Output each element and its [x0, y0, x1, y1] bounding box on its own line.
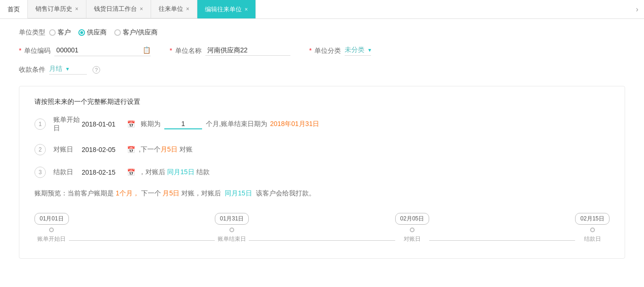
unit-code-star: * — [19, 47, 21, 54]
tab-bar: 首页 销售订单历史 × 钱货日清工作台 × 往来单位 × 编辑往来单位 × › — [0, 0, 644, 19]
preview-label: 账期预览：当前客户账期是 — [34, 189, 114, 197]
step-1-desc-before: 账期为 — [141, 120, 161, 128]
tl-line-1 — [69, 240, 215, 241]
tl-dot-3 — [410, 228, 415, 232]
tl-label-2: 账单结束日 — [218, 235, 246, 243]
radio-customer[interactable]: 客户 — [49, 28, 71, 37]
tl-dot-1 — [49, 228, 54, 232]
unit-code-input-wrapper: 📋 — [54, 45, 151, 56]
tl-line-3 — [429, 240, 575, 241]
unit-code-icon[interactable]: 📋 — [143, 46, 151, 54]
tab-home[interactable]: 首页 — [0, 0, 28, 18]
step-1-cal-icon[interactable]: 📅 — [127, 120, 135, 128]
unit-category-star: * — [309, 47, 312, 54]
unit-code-input[interactable] — [54, 45, 141, 55]
payment-terms-help-icon[interactable]: ? — [93, 66, 100, 74]
tl-pill-1: 01月01日 — [34, 213, 69, 225]
payment-terms-dropdown-icon: ▾ — [66, 66, 69, 72]
unit-category-field: * 单位分类 未分类 ▾ — [309, 46, 371, 56]
step-1-row: 1 账单开始日 2018-01-01 📅 账期为 个月,账单结束日期为 2018… — [34, 116, 610, 133]
preview-part3-suffix: 该客户会给我打款。 — [256, 189, 315, 197]
step-1-label: 账单开始日 — [53, 116, 82, 133]
tl-line-2 — [249, 240, 395, 241]
unit-type-radio-group: 客户 供应商 客户/供应商 — [49, 28, 158, 37]
step-1-num: 1 — [34, 118, 46, 130]
unit-code-label: * 单位编码 — [19, 47, 51, 55]
radio-both-circle — [114, 29, 121, 36]
tl-pill-3: 02月05日 — [395, 213, 430, 225]
step-2-row: 2 对账日 2018-02-05 📅 ,下一个 月5日 对账 — [34, 144, 610, 155]
payment-terms-value: 月结 — [49, 65, 62, 73]
step-3-desc-after: 结款 — [196, 168, 210, 177]
radio-both-label: 客户/供应商 — [123, 28, 158, 37]
tab-home-label: 首页 — [8, 5, 20, 14]
tl-node-3: 02月05日 对账日 — [395, 213, 430, 243]
radio-supplier-label: 供应商 — [87, 28, 107, 37]
preview-part2-suffix: 对账，对账后 — [181, 189, 221, 197]
preview-part1: 1个月， — [116, 189, 139, 197]
radio-customer-circle — [49, 29, 56, 36]
unit-info-row: * 单位编码 📋 * 单位名称 * 单位分类 未分类 ▾ — [19, 45, 625, 56]
unit-name-input[interactable] — [205, 46, 290, 56]
step-3-date: 2018-02-15 — [82, 169, 124, 176]
step-2-desc-before: ,下一个 — [139, 145, 161, 154]
tab-edit-partner-close[interactable]: × — [245, 6, 248, 13]
tab-cashflow-label: 钱货日清工作台 — [94, 5, 137, 13]
step-3-label: 结款日 — [53, 168, 82, 177]
tab-cashflow[interactable]: 钱货日清工作台 × — [86, 0, 151, 18]
radio-supplier-circle — [78, 29, 85, 36]
timeline: 01月01日 账单开始日 01月31日 账单结束日 02月05日 — [34, 209, 610, 247]
setting-card: 请按照未来的一个完整帐期进行设置 1 账单开始日 2018-01-01 📅 账期… — [19, 86, 625, 259]
card-title: 请按照未来的一个完整帐期进行设置 — [34, 98, 610, 106]
period-input[interactable] — [164, 119, 202, 129]
main-content: 单位类型 客户 供应商 客户/供应商 * 单位编码 — [0, 19, 644, 287]
preview-part2-prefix: 下一个 — [141, 189, 161, 197]
tab-sales-history-close[interactable]: × — [75, 6, 78, 12]
tl-node-1: 01月01日 账单开始日 — [34, 213, 69, 243]
radio-both[interactable]: 客户/供应商 — [114, 28, 158, 37]
step-3-desc-before: ，对账后 — [139, 168, 165, 177]
tl-label-4: 结款日 — [584, 235, 601, 243]
preview-part3: 同月15日 — [225, 189, 252, 197]
tl-label-1: 账单开始日 — [37, 235, 66, 243]
unit-category-label: * 单位分类 — [309, 47, 341, 55]
unit-code-field: * 单位编码 📋 — [19, 45, 151, 56]
payment-terms-select[interactable]: 月结 ▾ — [49, 65, 87, 75]
tab-edit-partner-label: 编辑往来单位 — [205, 5, 242, 14]
step-2-desc-after: 对账 — [179, 145, 193, 154]
step-3-cal-icon[interactable]: 📅 — [127, 169, 135, 176]
preview-part2: 月5日 — [162, 189, 179, 197]
step-3-highlight: 同月15日 — [167, 168, 195, 177]
tl-node-2: 01月31日 账单结束日 — [215, 213, 249, 243]
step-1-desc-after: 个月,账单结束日期为 — [206, 120, 267, 128]
step-2-highlight: 月5日 — [161, 145, 178, 154]
payment-terms-field: 收款条件 月结 ▾ ? — [19, 65, 100, 75]
tab-sales-history[interactable]: 销售订单历史 × — [28, 0, 86, 18]
radio-supplier[interactable]: 供应商 — [78, 28, 107, 37]
radio-customer-label: 客户 — [58, 28, 71, 37]
preview-section: 账期预览：当前客户账期是 1个月， 下一个 月5日 对账，对账后 同月15日 该… — [34, 189, 610, 198]
unit-type-label: 单位类型 — [19, 28, 45, 37]
tab-edit-partner[interactable]: 编辑往来单位 × — [197, 0, 256, 18]
tab-sales-history-label: 销售订单历史 — [35, 5, 72, 13]
tl-pill-2: 01月31日 — [215, 213, 249, 225]
unit-category-value: 未分类 — [345, 46, 364, 54]
tl-dot-4 — [590, 228, 595, 232]
unit-category-select[interactable]: 未分类 ▾ — [345, 46, 371, 56]
unit-category-dropdown-icon: ▾ — [368, 47, 371, 53]
tab-more-button[interactable]: › — [630, 0, 644, 18]
tl-node-4: 02月15日 结款日 — [575, 213, 610, 243]
tab-cashflow-close[interactable]: × — [140, 6, 143, 12]
step-2-label: 对账日 — [53, 145, 82, 154]
step-2-cal-icon[interactable]: 📅 — [127, 146, 135, 153]
tl-label-3: 对账日 — [404, 235, 421, 243]
step-3-row: 3 结款日 2018-02-15 📅 ，对账后 同月15日 结款 — [34, 167, 610, 178]
step-2-date: 2018-02-05 — [82, 146, 124, 153]
step-1-date: 2018-01-01 — [82, 120, 124, 128]
unit-name-star: * — [169, 47, 172, 54]
tl-pill-4: 02月15日 — [575, 213, 610, 225]
step-1-highlight: 2018年01月31日 — [270, 120, 319, 128]
tab-partners-close[interactable]: × — [186, 6, 189, 12]
tab-partners[interactable]: 往来单位 × — [151, 0, 197, 18]
payment-terms-label: 收款条件 — [19, 66, 45, 74]
